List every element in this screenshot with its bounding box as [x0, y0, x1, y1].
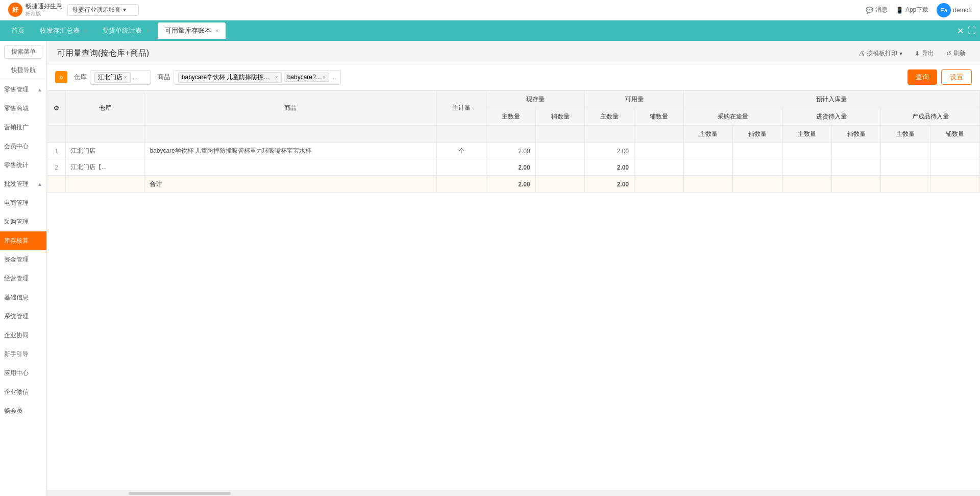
sidebar-item-finance[interactable]: 资金管理 — [0, 250, 46, 269]
tab-receivable-label: 收发存汇总表 — [40, 26, 80, 35]
expand-arrow-icon: ▲ — [37, 87, 42, 92]
settings-gear-icon[interactable]: ⚙ — [54, 105, 59, 112]
export-label: 导出 — [922, 49, 934, 58]
refresh-btn[interactable]: ↺ 刷新 — [942, 47, 970, 60]
tab-available-close[interactable]: × — [215, 28, 218, 34]
tab-order-close[interactable]: × — [146, 28, 149, 34]
sidebar-item-wechat[interactable]: 企业微信 — [0, 383, 46, 401]
settings-btn[interactable]: 设置 — [941, 69, 972, 85]
sidebar-item-member-center[interactable]: 会员中心 — [0, 137, 46, 156]
sidebar-item-enterprise-label: 企业协同 — [4, 331, 29, 340]
sidebar-item-wholesale[interactable]: 批发管理 ▲ — [0, 175, 46, 194]
tab-order-stats[interactable]: 要货单统计表 × — [95, 22, 156, 39]
total-empty-1 — [47, 176, 66, 193]
th-current-main: 主数量 — [486, 108, 535, 126]
th-empty-7 — [585, 126, 634, 143]
th-current-aux: 辅数量 — [535, 108, 585, 126]
sidebar-item-finance-label: 资金管理 — [4, 255, 29, 264]
sidebar-item-enterprise[interactable]: 企业协同 — [0, 326, 46, 345]
sidebar-item-retail-mgmt[interactable]: 零售管理 ▲ — [0, 80, 46, 99]
expand-arrow-wholesale-icon: ▲ — [37, 181, 42, 187]
row-1-current-aux — [535, 143, 585, 159]
sidebar-item-purchase[interactable]: 采购管理 — [0, 212, 46, 231]
user-menu[interactable]: Ea demo2 — [937, 3, 972, 17]
th-product: 商品 — [144, 91, 437, 126]
tab-available-stock[interactable]: 可用量库存账本 × — [158, 22, 226, 39]
avatar: Ea — [937, 3, 951, 17]
row-2-unit — [437, 159, 486, 176]
total-current-main: 2.00 — [486, 176, 535, 193]
scroll-thumb[interactable] — [129, 492, 231, 495]
row-2-available-main: 2.00 — [585, 159, 634, 176]
sidebar-item-operations-label: 经营管理 — [4, 274, 29, 283]
horizontal-scrollbar[interactable] — [47, 490, 980, 496]
industry-select[interactable]: 母婴行业演示账套 ▾ — [67, 4, 139, 16]
row-1-fin-aux — [930, 143, 980, 159]
template-print-btn[interactable]: 🖨 按模板打印 ▾ — [854, 47, 906, 60]
product-tag-extra: babycare?... × — [284, 73, 329, 82]
th-fin-main: 主数量 — [881, 126, 930, 143]
message-label: 消息 — [875, 6, 888, 14]
sidebar-item-member[interactable]: 畅会员 — [0, 401, 46, 420]
product-filter-input[interactable]: babycare学饮杯 儿童防摔防撞吸管杯重力球吸嘴杯宝宝水杯 × babyca… — [174, 70, 341, 85]
product-more-icon[interactable]: ... — [331, 74, 336, 81]
th-procurement-transit: 采购在途量 — [683, 108, 782, 126]
th-warehouse: 仓库 — [66, 91, 144, 126]
sidebar-item-retail-stats[interactable]: 零售统计 — [0, 156, 46, 175]
row-1-proc-aux — [733, 143, 782, 159]
message-action[interactable]: 💬 消息 — [866, 6, 888, 14]
sidebar-quick-nav[interactable]: 快捷导航 — [0, 63, 46, 78]
template-print-label: 按模板打印 — [867, 49, 897, 58]
sidebar-item-retail-mgmt-label: 零售管理 — [4, 85, 29, 94]
sidebar-item-operations[interactable]: 经营管理 — [0, 269, 46, 288]
table-row: 2 江北门店【... 2.00 2.00 — [47, 159, 980, 176]
query-btn[interactable]: 查询 — [908, 69, 937, 85]
main-layout: 搜索菜单 快捷导航 零售管理 ▲ 零售商城 营销推广 会员中心 零售统计 批发管… — [0, 41, 980, 496]
app-download-action[interactable]: 📱 App下载 — [896, 6, 928, 14]
close-all-icon[interactable]: ✕ — [957, 26, 964, 36]
th-empty-1 — [47, 126, 66, 143]
tab-receivable-summary[interactable]: 收发存汇总表 × — [33, 22, 94, 39]
sidebar-item-app-center[interactable]: 应用中心 — [0, 364, 46, 383]
sidebar-item-ecommerce[interactable]: 电商管理 — [0, 194, 46, 212]
th-inbound-pending: 进货待入量 — [782, 108, 881, 126]
row-2-product — [144, 159, 437, 176]
total-inb-main — [782, 176, 832, 193]
warehouse-more-icon[interactable]: ... — [133, 74, 138, 81]
row-1-unit: 个 — [437, 143, 486, 159]
total-available-main: 2.00 — [585, 176, 634, 193]
row-2-proc-aux — [733, 159, 782, 176]
export-btn[interactable]: ⬇ 导出 — [911, 47, 938, 60]
warehouse-filter-input[interactable]: 江北门店 × ... — [90, 70, 151, 85]
warehouse-tag-remove[interactable]: × — [124, 75, 127, 80]
sidebar-item-basic-info[interactable]: 基础信息 — [0, 288, 46, 307]
top-bar-left: 好 畅捷通好生意 标准版 母婴行业演示账套 ▾ — [8, 3, 139, 17]
product-tag-extra-remove[interactable]: × — [323, 75, 326, 80]
tab-order-label: 要货单统计表 — [102, 26, 142, 35]
total-available-aux — [634, 176, 684, 193]
total-empty-2 — [66, 176, 144, 193]
sidebar-item-marketing[interactable]: 营销推广 — [0, 118, 46, 137]
row-1-available-main: 2.00 — [585, 143, 634, 159]
th-proc-main: 主数量 — [683, 126, 733, 143]
filter-expand-btn[interactable]: » — [55, 71, 67, 83]
sidebar-item-retail-mall[interactable]: 零售商城 — [0, 99, 46, 118]
sidebar-item-system[interactable]: 系统管理 — [0, 307, 46, 326]
th-empty-6 — [535, 126, 585, 143]
sidebar-item-inventory[interactable]: 库存核算 — [0, 231, 46, 250]
search-menu-button[interactable]: 搜索菜单 — [4, 45, 42, 59]
sidebar-item-beginner-label: 新手引导 — [4, 350, 29, 359]
row-1-product: babycare学饮杯 儿童防摔防撞吸管杯重力球吸嘴杯宝宝水杯 — [144, 143, 437, 159]
warehouse-filter-label: 仓库 — [74, 73, 87, 82]
maximize-icon[interactable]: ⛶ — [968, 26, 976, 35]
filter-actions: 查询 设置 — [908, 69, 972, 85]
chevron-print-icon: ▾ — [899, 50, 902, 57]
product-tag-remove[interactable]: × — [275, 75, 278, 80]
page-header: 可用量查询(按仓库+商品) 🖨 按模板打印 ▾ ⬇ 导出 ↺ 刷新 — [47, 41, 980, 64]
tab-receivable-close[interactable]: × — [84, 28, 87, 34]
sidebar-item-beginner[interactable]: 新手引导 — [0, 345, 46, 364]
warehouse-tag-label: 江北门店 — [98, 73, 122, 82]
tab-home[interactable]: 首页 — [4, 22, 32, 39]
th-settings[interactable]: ⚙ — [47, 91, 66, 126]
total-fin-aux — [930, 176, 980, 193]
